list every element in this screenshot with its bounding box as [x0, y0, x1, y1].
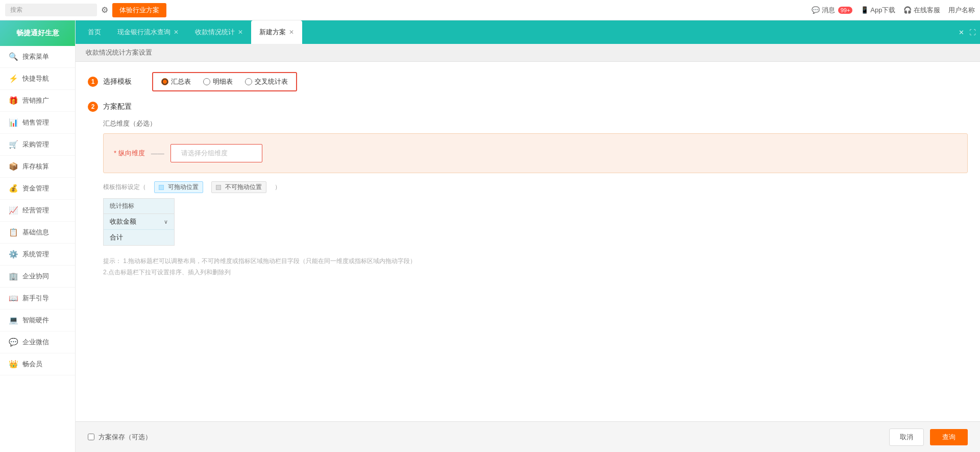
sidebar-label-finance: 资金管理 [22, 184, 49, 193]
sidebar-label-operations: 经营管理 [22, 206, 49, 215]
bottom-bar: 方案保存（可选） 取消 查询 [76, 421, 980, 452]
operations-icon: 📈 [8, 206, 18, 215]
sidebar-item-quick-nav[interactable]: ⚡ 快捷导航 [0, 68, 75, 90]
tab-fullscreen-icon[interactable]: ⛶ [969, 29, 976, 36]
radio-summary[interactable]: 汇总表 [161, 77, 191, 86]
radio-cross-label: 交叉统计表 [255, 77, 288, 86]
top-header: 搜索 ⚙ 体验行业方案 💬 消息 99+ 📱 App下载 🎧 在线客服 用户名称 [0, 0, 980, 20]
guide-icon: 📖 [8, 294, 18, 303]
movable-label: 可拖动位置 [168, 183, 199, 192]
step1-header: 1 选择模板 汇总表 明细表 [88, 72, 968, 91]
download-label: App下载 [870, 6, 895, 14]
page-title: 收款情况统计方案设置 [86, 49, 152, 56]
radio-detail-input[interactable] [203, 78, 210, 85]
sidebar-item-basic-info[interactable]: 📋 基础信息 [0, 222, 75, 244]
sidebar-item-weixin[interactable]: 💬 企业微信 [0, 331, 75, 353]
sidebar-item-purchase[interactable]: 🛒 采购管理 [0, 134, 75, 156]
member-icon: 👑 [8, 360, 18, 369]
system-icon: ⚙️ [8, 250, 18, 259]
inventory-icon: 📦 [8, 162, 18, 171]
sidebar-item-system[interactable]: ⚙️ 系统管理 [0, 244, 75, 266]
sidebar: 畅捷通好生意 🔍 搜索菜单 ⚡ 快捷导航 🎁 营销推广 📊 销售管理 🛒 采购管… [0, 20, 76, 452]
tab-collection-stats[interactable]: 收款情况统计 ✕ [187, 20, 251, 44]
close-tab-collection-icon[interactable]: ✕ [238, 29, 243, 36]
step2-header: 2 方案配置 [88, 102, 968, 112]
sidebar-item-inventory[interactable]: 📦 库存核算 [0, 156, 75, 178]
cancel-button[interactable]: 取消 [889, 429, 924, 446]
radio-summary-label: 汇总表 [171, 77, 191, 86]
stats-table-row-0[interactable]: 收款金额 ∨ [104, 214, 174, 230]
hardware-icon: 💻 [8, 316, 18, 325]
header-right: 💬 消息 99+ 📱 App下载 🎧 在线客服 用户名称 [812, 6, 975, 15]
main-layout: 畅捷通好生意 🔍 搜索菜单 ⚡ 快捷导航 🎁 营销推广 📊 销售管理 🛒 采购管… [0, 20, 980, 452]
metrics-section-title-prefix: 模板指标设定（ [103, 183, 146, 192]
dimension-section-title: 汇总维度（必选） [103, 119, 968, 128]
close-tab-new-plan-icon[interactable]: ✕ [289, 29, 294, 36]
top-search-bar[interactable]: 搜索 [5, 4, 97, 16]
sidebar-item-sales[interactable]: 📊 销售管理 [0, 112, 75, 134]
weixin-icon: 💬 [8, 338, 18, 347]
tab-cash-bank-label: 现金银行流水查询 [117, 28, 170, 37]
sidebar-label-search: 搜索菜单 [22, 52, 49, 61]
purchase-icon: 🛒 [8, 140, 18, 149]
notification-item[interactable]: 💬 消息 99+ [812, 6, 852, 15]
save-checkbox-row: 方案保存（可选） [88, 433, 152, 442]
user-name[interactable]: 用户名称 [948, 6, 975, 15]
tab-home[interactable]: 首页 [80, 20, 109, 44]
stats-cell-label-0: 收款金额 [110, 217, 136, 226]
sidebar-item-guide[interactable]: 📖 新手引导 [0, 288, 75, 310]
tab-bar-right-icons: ✕ ⛶ [959, 29, 976, 36]
stats-cell-chevron-0[interactable]: ∨ [164, 219, 168, 225]
tab-cash-bank[interactable]: 现金银行流水查询 ✕ [109, 20, 187, 44]
metrics-section-title-suffix: ） [275, 183, 281, 192]
save-checkbox[interactable] [88, 434, 94, 440]
content-area: 首页 现金银行流水查询 ✕ 收款情况统计 ✕ 新建方案 ✕ ✕ ⛶ 收款情况统计… [76, 20, 980, 452]
tip-line2: 2.点击标题栏下拉可设置排序、插入列和删除列 [103, 267, 968, 278]
trial-button[interactable]: 体验行业方案 [112, 3, 166, 17]
finance-icon: 💰 [8, 184, 18, 193]
save-checkbox-label: 方案保存（可选） [99, 433, 152, 442]
dimension-select-input[interactable]: 请选择分组维度 [170, 144, 262, 162]
notification-label: 消息 [822, 6, 835, 14]
tab-close-all-icon[interactable]: ✕ [959, 29, 964, 36]
page-title-bar: 收款情况统计方案设置 [76, 44, 980, 62]
sidebar-item-operations[interactable]: 📈 经营管理 [0, 200, 75, 222]
dimension-row-label: * 纵向维度 [114, 149, 145, 158]
dimension-arrow-icon: —— [151, 150, 164, 157]
metrics-hint-row: 模板指标设定（ 可拖动位置 不可拖动位置 ） [103, 181, 968, 193]
sidebar-label-member: 畅会员 [22, 360, 42, 369]
radio-detail[interactable]: 明细表 [203, 77, 233, 86]
not-movable-label: 不可拖动位置 [225, 183, 262, 192]
settings-icon[interactable]: ⚙ [101, 5, 108, 15]
sidebar-item-finance[interactable]: 💰 资金管理 [0, 178, 75, 200]
radio-detail-label: 明细表 [213, 77, 233, 86]
sidebar-label-guide: 新手引导 [22, 294, 49, 303]
dimension-config-section: 汇总维度（必选） * 纵向维度 —— 请选择分组维度 [88, 119, 968, 173]
query-button[interactable]: 查询 [930, 429, 968, 445]
radio-cross-input[interactable] [245, 78, 252, 85]
step1-section: 1 选择模板 汇总表 明细表 [88, 72, 968, 91]
enterprise-icon: 🏢 [8, 272, 18, 281]
tab-new-plan-label: 新建方案 [259, 28, 286, 37]
download-item[interactable]: 📱 App下载 [861, 6, 895, 15]
sidebar-label-inventory: 库存核算 [22, 162, 49, 171]
not-movable-chip: 不可拖动位置 [211, 181, 266, 193]
basic-info-icon: 📋 [8, 228, 18, 237]
sidebar-item-marketing[interactable]: 🎁 营销推广 [0, 90, 75, 112]
sidebar-item-search-menu[interactable]: 🔍 搜索菜单 [0, 46, 75, 68]
tab-home-label: 首页 [88, 28, 101, 37]
sidebar-item-member[interactable]: 👑 畅会员 [0, 353, 75, 375]
notification-badge: 99+ [838, 7, 853, 14]
sidebar-item-enterprise[interactable]: 🏢 企业协同 [0, 266, 75, 288]
sidebar-label-enterprise: 企业协同 [22, 272, 49, 281]
sidebar-item-hardware[interactable]: 💻 智能硬件 [0, 310, 75, 331]
tab-new-plan[interactable]: 新建方案 ✕ [251, 20, 302, 44]
stats-table-total: 合计 [104, 230, 174, 245]
tips-section: 提示： 1.拖动标题栏可以调整布局，不可跨维度或指标区域拖动栏目字段（只能在同一… [103, 256, 968, 278]
step1-number: 1 [88, 77, 98, 87]
radio-cross[interactable]: 交叉统计表 [245, 77, 288, 86]
radio-summary-input[interactable] [161, 78, 168, 85]
support-item[interactable]: 🎧 在线客服 [903, 6, 940, 15]
sidebar-label-purchase: 采购管理 [22, 140, 49, 149]
close-tab-cash-bank-icon[interactable]: ✕ [174, 29, 179, 36]
